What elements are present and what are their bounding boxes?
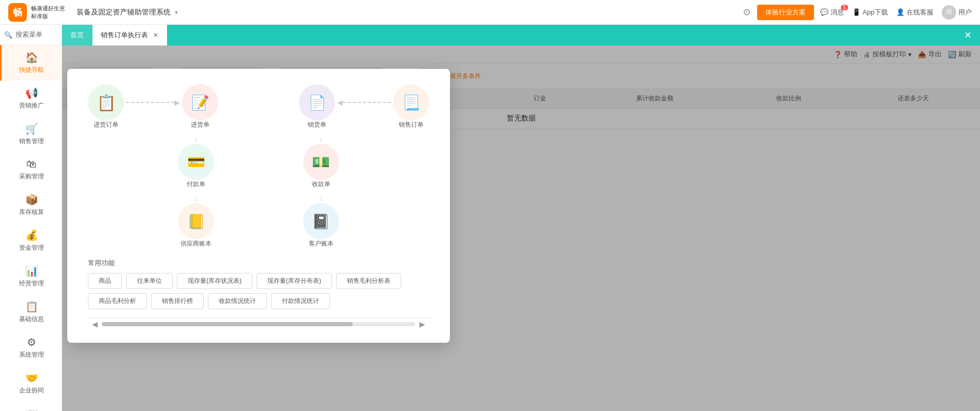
inventory-icon: 📦 (25, 193, 38, 206)
sales-icon: 🛒 (25, 123, 38, 135)
operation-icon: 📊 (25, 265, 38, 277)
search-icon: 🔍 (4, 31, 12, 39)
avatar: 用 (942, 5, 956, 20)
receipt-bill-icon: 💵 (303, 144, 339, 180)
service-icon: 👤 (896, 8, 904, 16)
func-btn-7[interactable]: 收款情况统计 (208, 293, 267, 309)
cooperation-icon: 🤝 (25, 372, 38, 384)
sales-bill-down-arrow: ↓ (319, 134, 323, 143)
purchase-icon: 🛍 (26, 158, 37, 170)
func-btn-4[interactable]: 销售毛利分析表 (336, 273, 401, 289)
experience-btn[interactable]: 体验行业方案 (757, 5, 814, 20)
logo-area: 畅 畅康通好生意 标准版 (8, 3, 70, 22)
sidebar-item-quick-nav[interactable]: 🏠 快捷导航 (0, 45, 62, 81)
supplier-ledger-label: 供应商账本 (180, 239, 212, 248)
sidebar-item-inventory[interactable]: 📦 库存核算 (0, 187, 62, 223)
flow-diagram: 📋 进货订单 ▶ 📝 (88, 84, 429, 248)
sidebar-item-cooperation[interactable]: 🤝 企业协同 (0, 366, 62, 401)
purchase-bill-icon: 📝 (182, 84, 218, 120)
purchase-order-label: 进货订单 (94, 120, 118, 129)
message-icon: 💬 (820, 8, 828, 16)
func-btn-6[interactable]: 销售排行榜 (151, 293, 204, 309)
common-funcs-title: 常用功能 (88, 258, 429, 268)
scroll-track[interactable] (102, 322, 415, 326)
scroll-left-btn[interactable]: ◀ (92, 320, 98, 328)
sales-bill-icon: 📄 (299, 84, 335, 120)
popup-box: 📋 进货订单 ▶ 📝 (67, 69, 450, 343)
func-btn-2[interactable]: 现存量(库存状况表) (177, 273, 252, 289)
capital-icon: 💰 (25, 229, 38, 241)
customer-ledger-label: 客户账本 (309, 239, 334, 248)
supplier-ledger-icon: 📒 (178, 203, 214, 239)
newguide-icon: 📖 (25, 407, 38, 411)
sidebar-item-basic[interactable]: 📋 基础信息 (0, 294, 62, 330)
top-right-area: 💬 消息 5 📱 App下载 👤 在线客服 用 用户 (820, 5, 972, 20)
system-dropdown-icon[interactable]: ▾ (175, 9, 178, 16)
func-btn-5[interactable]: 商品毛利分析 (88, 293, 147, 309)
app-icon: 📱 (852, 8, 861, 16)
payment-down-arrow: ↓ (194, 194, 198, 202)
tab-home[interactable]: 首页 (62, 25, 93, 45)
payment-bill-label: 付款单 (187, 180, 205, 189)
customer-ledger-icon: 📓 (303, 203, 339, 239)
tab-bar-close-btn[interactable]: ✕ (956, 29, 980, 41)
sidebar-item-newguide[interactable]: 📖 新手引导 (0, 401, 62, 411)
receipt-bill-label: 收款单 (312, 180, 330, 189)
tab-close-icon[interactable]: ✕ (153, 32, 158, 39)
popup-overlay: 📋 进货订单 ▶ 📝 (62, 45, 980, 411)
purchase-bill-down-arrow: ↓ (194, 134, 198, 143)
purchase-order-node[interactable]: 📋 进货订单 (88, 84, 124, 129)
sales-bill-node[interactable]: 📄 销货单 (299, 84, 335, 129)
message-badge: 5 (841, 5, 848, 10)
scroll-bar-area: ◀ ▶ (88, 317, 429, 330)
content-area: 首页 销售订单执行表 ✕ ✕ ❓ 帮助 🖨 按 (62, 25, 980, 411)
receipt-down-arrow: ↓ (319, 194, 323, 202)
sales-order-label: 销售订单 (399, 120, 424, 129)
sales-bill-label: 销货单 (308, 120, 326, 129)
tab-sales-order-execution[interactable]: 销售订单执行表 ✕ (93, 25, 167, 45)
tab-bar: 首页 销售订单执行表 ✕ ✕ (62, 25, 980, 45)
online-service-btn[interactable]: 👤 在线客服 (896, 8, 933, 17)
func-btn-3[interactable]: 现存量(库存分布表) (257, 273, 332, 289)
app-download-btn[interactable]: 📱 App下载 (852, 8, 888, 17)
settings-icon[interactable]: ⚙ (743, 7, 751, 18)
sidebar-item-sales[interactable]: 🛒 销售管理 (0, 116, 62, 152)
system-icon: ⚙ (27, 336, 36, 348)
sales-order-icon: 📃 (393, 84, 429, 120)
purchase-order-icon: 📋 (88, 84, 124, 120)
basic-icon: 📋 (25, 300, 38, 313)
func-buttons: 商品往来单位现存量(库存状况表)现存量(库存分布表)销售毛利分析表商品毛利分析销… (88, 273, 429, 309)
logo-icon: 畅 (8, 3, 27, 22)
purchase-bill-node[interactable]: 📝 进货单 (182, 84, 218, 129)
purchase-bill-label: 进货单 (191, 120, 209, 129)
marketing-icon: 📢 (25, 87, 38, 99)
sidebar-item-system[interactable]: ⚙ 系统管理 (0, 330, 62, 366)
sidebar-item-capital[interactable]: 💰 资金管理 (0, 223, 62, 258)
payment-bill-icon: 💳 (178, 144, 214, 180)
func-btn-1[interactable]: 往来单位 (126, 273, 173, 289)
sidebar-item-marketing[interactable]: 📢 营销推广 (0, 81, 62, 116)
func-btn-0[interactable]: 商品 (88, 273, 122, 289)
sidebar-search[interactable]: 🔍 搜索菜单 (0, 25, 62, 45)
sidebar-item-purchase[interactable]: 🛍 采购管理 (0, 152, 62, 187)
sales-order-node[interactable]: 📃 销售订单 (393, 84, 429, 129)
common-funcs: 常用功能 商品往来单位现存量(库存状况表)现存量(库存分布表)销售毛利分析表商品… (88, 258, 429, 309)
quick-nav-icon: 🏠 (25, 51, 38, 64)
scroll-right-btn[interactable]: ▶ (419, 320, 425, 328)
page-content: ❓ 帮助 🖨 按模板打印 ▾ 📤 导出 🔄 刷新 (62, 45, 980, 411)
func-btn-8[interactable]: 付款情况统计 (271, 293, 330, 309)
sidebar-item-operation[interactable]: 📊 经营管理 (0, 258, 62, 294)
message-btn[interactable]: 💬 消息 5 (820, 8, 844, 17)
scroll-thumb (102, 322, 353, 326)
sidebar: 🔍 搜索菜单 🏠 快捷导航 📢 营销推广 🛒 销售管理 🛍 采购管理 📦 (0, 25, 62, 411)
user-avatar[interactable]: 用 用户 (942, 5, 972, 20)
system-title: 装备及固定资产辅助管理系统 ▾ (77, 8, 736, 17)
logo-text: 畅康通好生意 标准版 (31, 5, 65, 20)
